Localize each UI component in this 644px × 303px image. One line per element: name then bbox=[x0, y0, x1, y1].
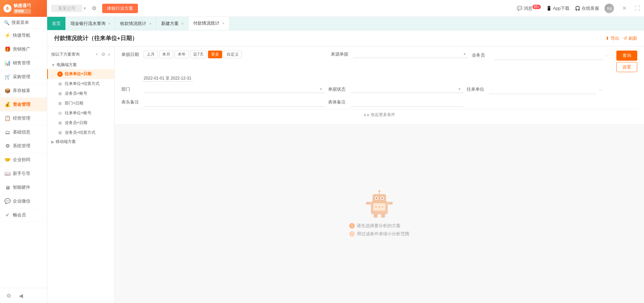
query-btn[interactable]: 查询 bbox=[616, 51, 637, 61]
tab-receipt-stats[interactable]: 收款情况统计 × bbox=[115, 17, 156, 30]
svg-point-4 bbox=[376, 197, 378, 199]
sidebar-item-inventory[interactable]: 📦 库存核算 bbox=[0, 84, 47, 98]
service-btn[interactable]: 🎧 在线客服 bbox=[575, 5, 599, 11]
collapse-bar: ∧∧ 收起更多条件 bbox=[121, 109, 637, 120]
collapse-more-btn[interactable]: ∧∧ 收起更多条件 bbox=[363, 112, 395, 118]
refresh-btn[interactable]: ↺ 刷新 bbox=[623, 35, 637, 41]
scheme-item-counterpart-settle[interactable]: ▦ 往来单位+结算方式 bbox=[47, 79, 114, 89]
source-select[interactable]: ▾ bbox=[353, 51, 468, 58]
scheme-item-counterpart-date[interactable]: ● 往来单位+日期 bbox=[47, 69, 114, 79]
tab-receipt-stats-close[interactable]: × bbox=[149, 22, 151, 26]
this-year-btn[interactable]: 本年 bbox=[175, 51, 189, 58]
sidebar-item-label: 营销推广 bbox=[13, 46, 30, 52]
doc-status-label: 单据状态 bbox=[328, 86, 348, 92]
finance-icon: 💰 bbox=[4, 101, 11, 108]
service-label: 在线客服 bbox=[582, 5, 599, 11]
page-header-actions: ⬆ 导出 ↺ 刷新 bbox=[606, 35, 637, 41]
sidebar-item-purchase[interactable]: 🛒 采购管理 bbox=[0, 70, 47, 84]
svg-point-15 bbox=[382, 206, 383, 208]
topbar-expand-btn[interactable]: ⛶ bbox=[635, 5, 640, 11]
tab-new-scheme[interactable]: 新建方案 × bbox=[156, 17, 188, 30]
export-btn[interactable]: ⬆ 导出 bbox=[606, 35, 619, 41]
this-month-btn[interactable]: 本月 bbox=[159, 51, 173, 58]
scheme-item-staff-date[interactable]: ▦ 业务员+日期 bbox=[47, 118, 114, 128]
sidebar-item-corp-collab[interactable]: 🤝 企业协同 bbox=[0, 153, 47, 167]
sidebar-item-smart-hw[interactable]: 🖥 智能硬件 bbox=[0, 181, 47, 194]
sidebar-item-operation[interactable]: 📋 经营管理 bbox=[0, 112, 47, 125]
scheme-add-btn[interactable]: ＋ bbox=[94, 51, 99, 57]
tip-2: 2 用过滤条件来缩小分析范围 bbox=[349, 231, 409, 237]
bar-icon: ▤ bbox=[57, 111, 63, 116]
sidebar-item-finance[interactable]: 💰 资金管理 bbox=[0, 98, 47, 112]
table-icon: ▦ bbox=[57, 91, 63, 96]
footer-settings-btn[interactable]: ⚙ bbox=[4, 291, 13, 300]
msg-btn[interactable]: 💬 消息 99+ bbox=[517, 5, 541, 11]
search-label: 搜索菜单 bbox=[11, 20, 29, 26]
msg-badge: 99+ bbox=[532, 5, 541, 9]
tab-bank-flow-close[interactable]: × bbox=[108, 22, 110, 26]
sidebar-item-guide[interactable]: 📖 新手引导 bbox=[0, 167, 47, 181]
scheme-item-dept-date[interactable]: ▦ 部门+日期 bbox=[47, 98, 114, 108]
last-7days-btn[interactable]: 近7天 bbox=[190, 51, 207, 58]
sidebar-item-label: 经营管理 bbox=[13, 115, 30, 121]
logo-text: 畅捷通巧 标准版 bbox=[13, 3, 31, 14]
main-area: 某某公司 ▾ ⚙ 体验行业方案 💬 消息 99+ 📱 App下载 🎧 在线客服 … bbox=[47, 0, 644, 303]
doc-status-select[interactable]: ▾ bbox=[350, 86, 464, 93]
sidebar-item-sales[interactable]: 📊 销售管理 bbox=[0, 56, 47, 70]
scheme-collapse-btn[interactable]: « bbox=[108, 52, 110, 57]
mobile-scheme-group[interactable]: ▶ 移动端方案 bbox=[47, 138, 114, 146]
scheme-settings-btn[interactable]: ⚙ bbox=[101, 52, 106, 57]
last-month-btn[interactable]: 上月 bbox=[144, 51, 158, 58]
tab-new-scheme-close[interactable]: × bbox=[181, 22, 183, 26]
sidebar-item-marketing[interactable]: 🎁 营销推广 bbox=[0, 42, 47, 56]
scheme-item-staff-account[interactable]: ▦ 业务员+账号 bbox=[47, 89, 114, 98]
sidebar-item-basic-info[interactable]: 🗂 基础信息 bbox=[0, 125, 47, 139]
footer-collapse-btn[interactable]: ◀ bbox=[16, 291, 26, 300]
settings-btn[interactable]: 设置 bbox=[616, 62, 637, 72]
page-title: 付款情况统计（往来单位+日期） bbox=[54, 34, 138, 42]
pc-scheme-group[interactable]: ▼ 电脑端方案 bbox=[47, 61, 114, 69]
industry-btn[interactable]: 体验行业方案 bbox=[102, 4, 138, 13]
scheme-item-label: 业务员+日期 bbox=[65, 120, 87, 126]
sidebar-search[interactable]: 🔍 搜索菜单 bbox=[0, 17, 47, 29]
tip-1-text: 请先选择要分析的方案 bbox=[357, 223, 401, 229]
sidebar-footer: ⚙ ◀ bbox=[0, 288, 47, 303]
date-label: 单据日期 bbox=[121, 52, 142, 58]
sidebar-item-membership[interactable]: ✓ 畅会员 bbox=[0, 208, 47, 222]
sidebar-item-quick-nav[interactable]: ⚡ 快捷导航 bbox=[0, 29, 47, 42]
tab-payment-stats-close[interactable]: × bbox=[222, 21, 224, 25]
sidebar-item-sys-manage[interactable]: ⚙ 系统管理 bbox=[0, 139, 47, 153]
company-dropdown-icon[interactable]: ▾ bbox=[84, 6, 86, 11]
topbar-right: 💬 消息 99+ 📱 App下载 🎧 在线客服 Rit ✕ ⛶ bbox=[517, 4, 640, 13]
topbar: 某某公司 ▾ ⚙ 体验行业方案 💬 消息 99+ 📱 App下载 🎧 在线客服 … bbox=[47, 0, 644, 17]
custom-btn[interactable]: 自定义 bbox=[224, 51, 242, 58]
staff-ellipsis-btn[interactable]: ··· bbox=[605, 53, 609, 58]
scheme-panel: 按以下方案查询 ＋ ⚙ « ▼ 电脑端方案 ● 往来单位+日期 ▦ bbox=[47, 47, 115, 303]
scheme-item-staff-settle[interactable]: ▦ 业务员+结算方式 bbox=[47, 128, 114, 138]
scheme-item-label: 往来单位+日期 bbox=[65, 71, 91, 77]
company-selector[interactable]: 某某公司 ▾ bbox=[51, 5, 86, 12]
scheme-item-counterpart-account[interactable]: ▤ 往来单位+账号 bbox=[47, 108, 114, 118]
topbar-close-btn[interactable]: ✕ bbox=[622, 5, 626, 11]
counterpart-ellipsis-btn[interactable]: ··· bbox=[598, 87, 602, 92]
svg-point-7 bbox=[378, 190, 380, 192]
user-avatar[interactable]: Rit bbox=[605, 4, 614, 13]
dept-select[interactable]: ▾ bbox=[144, 86, 325, 93]
sidebar-item-label: 资金管理 bbox=[13, 101, 30, 108]
tab-bank-flow[interactable]: 现金银行流水查询 × bbox=[66, 17, 115, 30]
tab-home[interactable]: 首页 bbox=[47, 17, 66, 30]
dept-label: 部门 bbox=[121, 86, 142, 92]
app-download-btn[interactable]: 📱 App下载 bbox=[546, 5, 569, 11]
table-icon: ▦ bbox=[57, 81, 63, 87]
sidebar-item-corp-wechat[interactable]: 💬 企业微信 bbox=[0, 194, 47, 208]
tab-payment-stats[interactable]: 付款情况统计 × bbox=[188, 17, 229, 30]
sidebar-item-label: 采购管理 bbox=[13, 74, 30, 80]
more-btn[interactable]: 更多 bbox=[208, 51, 222, 58]
app-icon: 📱 bbox=[546, 6, 552, 11]
topbar-settings-btn[interactable]: ⚙ bbox=[89, 4, 99, 13]
tip-1: 1 请先选择要分析的方案 bbox=[349, 223, 409, 229]
tip-1-num: 1 bbox=[349, 223, 355, 229]
tab-payment-stats-label: 付款情况统计 bbox=[193, 20, 219, 26]
tabs-bar: 首页 现金银行流水查询 × 收款情况统计 × 新建方案 × 付款情况统计 × bbox=[47, 17, 644, 30]
wechat-icon: 💬 bbox=[4, 198, 11, 205]
